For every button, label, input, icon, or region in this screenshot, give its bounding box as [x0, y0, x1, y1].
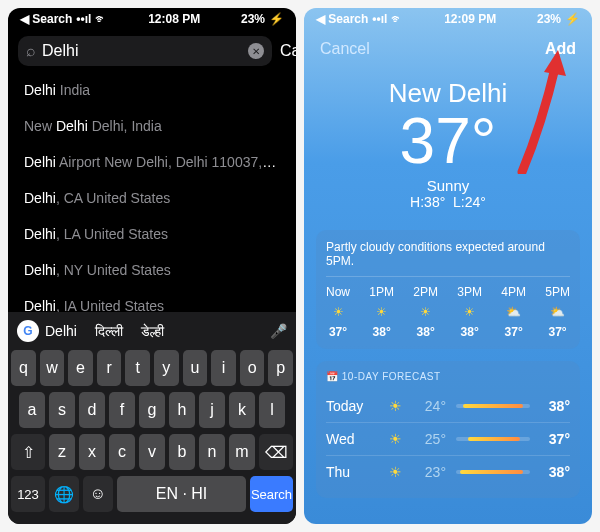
key-t[interactable]: t: [125, 350, 150, 386]
key-g[interactable]: g: [139, 392, 165, 428]
key-f[interactable]: f: [109, 392, 135, 428]
key-z[interactable]: z: [49, 434, 75, 470]
current-temp: 37°: [304, 109, 592, 173]
hour-col: Now☀37°: [326, 285, 350, 339]
key-q[interactable]: q: [11, 350, 36, 386]
key-🌐[interactable]: 🌐: [49, 476, 79, 512]
clock: 12:09 PM: [444, 12, 496, 26]
key-p[interactable]: p: [268, 350, 293, 386]
key-o[interactable]: o: [240, 350, 265, 386]
key-en · hi[interactable]: EN · HI: [117, 476, 246, 512]
forecast-card[interactable]: 📅 10-DAY FORECAST Today☀24°38°Wed☀25°37°…: [316, 361, 580, 498]
wifi-icon: ᯤ: [95, 12, 107, 26]
suggestion[interactable]: Delhi: [45, 323, 77, 340]
key-i[interactable]: i: [211, 350, 236, 386]
result-item[interactable]: Delhi, IA United States: [8, 288, 296, 312]
key-e[interactable]: e: [68, 350, 93, 386]
google-icon[interactable]: G: [17, 320, 39, 342]
clear-icon[interactable]: ✕: [248, 43, 264, 59]
search-row: ⌕ ✕ Cancel: [8, 30, 296, 72]
suggestion[interactable]: डेल्ही: [141, 323, 164, 340]
key-l[interactable]: l: [259, 392, 285, 428]
hour-col: 5PM⛅37°: [545, 285, 570, 339]
key-v[interactable]: v: [139, 434, 165, 470]
weather-icon: ☀: [464, 305, 475, 319]
key-c[interactable]: c: [109, 434, 135, 470]
result-item[interactable]: Delhi, CA United States: [8, 180, 296, 216]
key-d[interactable]: d: [79, 392, 105, 428]
key-y[interactable]: y: [154, 350, 179, 386]
key-n[interactable]: n: [199, 434, 225, 470]
battery-percent: 23%: [241, 12, 265, 26]
cancel-button[interactable]: Cancel: [320, 40, 370, 58]
daily-row[interactable]: Today☀24°38°: [326, 390, 570, 422]
forecast-header: 📅 10-DAY FORECAST: [326, 371, 570, 382]
mic-icon[interactable]: 🎤: [270, 323, 287, 339]
result-item[interactable]: Delhi, LA United States: [8, 216, 296, 252]
daily-row[interactable]: Thu☀23°38°: [326, 455, 570, 488]
weather-icon: ☀: [384, 431, 406, 447]
weather-icon: ⛅: [506, 305, 521, 319]
signal-icon: ••ıl: [372, 12, 387, 26]
hourly-summary: Partly cloudy conditions expected around…: [326, 240, 570, 268]
charge-icon: ⚡: [269, 12, 284, 26]
key-s[interactable]: s: [49, 392, 75, 428]
key-⌫[interactable]: ⌫: [259, 434, 293, 470]
key-k[interactable]: k: [229, 392, 255, 428]
add-button[interactable]: Add: [545, 40, 576, 58]
cancel-button[interactable]: Cancel: [280, 42, 296, 60]
key-w[interactable]: w: [40, 350, 65, 386]
hour-col: 2PM☀38°: [413, 285, 438, 339]
hour-col: 4PM⛅37°: [501, 285, 526, 339]
key-b[interactable]: b: [169, 434, 195, 470]
weather-screen: ◀ Search ••ıl ᯤ 12:09 PM 23% ⚡ Cancel Ad…: [304, 8, 592, 524]
key-m[interactable]: m: [229, 434, 255, 470]
signal-icon: ••ıl: [76, 12, 91, 26]
charge-icon: ⚡: [565, 12, 580, 26]
keyboard: G Delhiदिल्लीडेल्ही 🎤 qwertyuiop asdfghj…: [8, 312, 296, 524]
result-item[interactable]: New Delhi Delhi, India: [8, 108, 296, 144]
key-j[interactable]: j: [199, 392, 225, 428]
weather-icon: ☀: [384, 398, 406, 414]
status-bar: ◀ Search ••ıl ᯤ 12:08 PM 23% ⚡: [8, 8, 296, 30]
clock: 12:08 PM: [148, 12, 200, 26]
weather-icon: ⛅: [550, 305, 565, 319]
back-search[interactable]: ◀ Search: [20, 12, 72, 26]
key-x[interactable]: x: [79, 434, 105, 470]
key-u[interactable]: u: [183, 350, 208, 386]
status-bar: ◀ Search ••ıl ᯤ 12:09 PM 23% ⚡: [304, 8, 592, 30]
weather-icon: ☀: [376, 305, 387, 319]
back-search[interactable]: ◀ Search: [316, 12, 368, 26]
key-r[interactable]: r: [97, 350, 122, 386]
suggestion[interactable]: दिल्ली: [95, 323, 123, 340]
key-a[interactable]: a: [19, 392, 45, 428]
search-icon: ⌕: [26, 42, 36, 60]
result-item[interactable]: Delhi India: [8, 72, 296, 108]
nav-row: Cancel Add: [304, 30, 592, 68]
weather-icon: ☀: [384, 464, 406, 480]
daily-row[interactable]: Wed☀25°37°: [326, 422, 570, 455]
search-box[interactable]: ⌕ ✕: [18, 36, 272, 66]
hour-col: 3PM☀38°: [457, 285, 482, 339]
condition: Sunny: [304, 177, 592, 194]
hourly-card[interactable]: Partly cloudy conditions expected around…: [316, 230, 580, 349]
result-item[interactable]: Delhi, NY United States: [8, 252, 296, 288]
suggestion-bar: G Delhiदिल्लीडेल्ही 🎤: [11, 316, 293, 350]
wifi-icon: ᯤ: [391, 12, 403, 26]
key-123[interactable]: 123: [11, 476, 45, 512]
result-item[interactable]: Delhi Airport New Delhi, Delhi 110037, I…: [8, 144, 296, 180]
hour-col: 1PM☀38°: [369, 285, 394, 339]
search-screen: ◀ Search ••ıl ᯤ 12:08 PM 23% ⚡ ⌕ ✕ Cance…: [8, 8, 296, 524]
key-☺[interactable]: ☺: [83, 476, 113, 512]
key-⇧[interactable]: ⇧: [11, 434, 45, 470]
search-input[interactable]: [42, 42, 242, 60]
key-search[interactable]: Search: [250, 476, 293, 512]
weather-icon: ☀: [333, 305, 344, 319]
results-list: Delhi IndiaNew Delhi Delhi, IndiaDelhi A…: [8, 72, 296, 312]
high-low: H:38° L:24°: [304, 194, 592, 210]
weather-icon: ☀: [420, 305, 431, 319]
weather-summary: New Delhi 37° Sunny H:38° L:24°: [304, 68, 592, 224]
key-h[interactable]: h: [169, 392, 195, 428]
battery-percent: 23%: [537, 12, 561, 26]
